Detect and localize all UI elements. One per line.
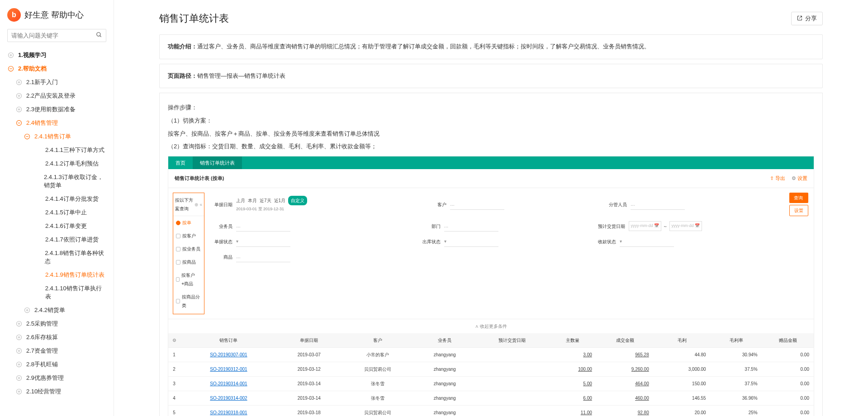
input-out-status[interactable]: ▾ (444, 236, 498, 247)
nav-item[interactable]: 2.4.1.9销售订单统计表 (7, 268, 106, 282)
scheme-option[interactable]: 按客户+商品 (173, 269, 204, 290)
table-row: 1SO-20190307-0012019-03-07小常的客户zhangyang… (168, 348, 814, 362)
date-quick-tabs[interactable]: 上月 本月 近7天 近1月 自定义 (236, 196, 307, 205)
plus-icon[interactable] (15, 374, 23, 382)
nav-item[interactable]: 2.4.1.1三种下订单方式 (7, 143, 106, 157)
ss1-title: 销售订单统计表 (按单) (175, 174, 224, 183)
plus-icon[interactable]: ⊕ (194, 200, 198, 209)
nav-item[interactable]: 2.4.1.8销售订单各种状态 (7, 246, 106, 268)
nav-item[interactable]: 2.1新手入门 (7, 76, 106, 89)
ss1-export-button[interactable]: ⇪ 导出 (770, 174, 785, 183)
input-manager[interactable]: … (631, 199, 685, 210)
nav-item[interactable]: 2.4.1.7依照订单进货 (7, 233, 106, 246)
nav-item[interactable]: 2.2产品安装及登录 (7, 89, 106, 103)
date-to[interactable]: yyyy-mm-dd📅 (669, 221, 702, 231)
nav-item[interactable]: 2.7资金管理 (7, 344, 106, 358)
order-link[interactable]: SO-20190314-002 (180, 391, 277, 406)
nav-item[interactable]: 2.帮助文档 (7, 62, 106, 76)
scheme-option[interactable]: 按商品 (173, 255, 204, 269)
nav-item[interactable]: 2.4.1销售订单 (7, 130, 106, 143)
plus-icon[interactable] (15, 79, 23, 86)
step-1-desc: 按客户、按商品、按客户＋商品、按单、按业务员等维度来查看销售订单总体情况 (168, 128, 814, 140)
steps-title: 操作步骤： (168, 102, 814, 113)
nav-item[interactable]: 2.4.1.3订单收取订金，销货单 (7, 170, 106, 192)
nav-label: 2.6库存核算 (26, 333, 58, 341)
label-goods: 商品 (214, 253, 232, 261)
plus-icon[interactable] (15, 334, 23, 341)
gear-icon[interactable]: ⚙ (172, 338, 176, 343)
nav-item[interactable]: 2.4.1.5订单中止 (7, 206, 106, 219)
nav-label: 2.8手机旺铺 (26, 360, 58, 369)
nav-label: 2.4销售管理 (26, 119, 58, 127)
plus-icon[interactable] (15, 388, 23, 395)
plus-icon[interactable] (15, 361, 23, 368)
order-link[interactable]: SO-20190314-001 (180, 377, 277, 391)
plus-icon[interactable] (15, 92, 23, 99)
ss1-tab-home[interactable]: 首页 (168, 156, 193, 169)
minus-icon[interactable] (15, 119, 23, 127)
input-salesman[interactable]: … (236, 221, 290, 232)
screenshot-1: 首页 销售订单统计表 销售订单统计表 (按单) ⇪ 导出 ⚙ 设置 按以下方案查… (168, 156, 814, 416)
nav-item[interactable]: 2.10经营管理 (7, 385, 106, 398)
plus-icon[interactable] (15, 320, 23, 327)
label-customer: 客户 (428, 200, 446, 209)
minus-icon[interactable] (24, 133, 31, 140)
scheme-option[interactable]: 按单 (173, 216, 204, 229)
plus-icon[interactable] (15, 347, 23, 355)
nav-item[interactable]: 2.4.1.10销售订单执行表 (7, 282, 106, 303)
nav-item[interactable]: 2.4.1.4订单分批发货 (7, 192, 106, 206)
minus-icon[interactable] (7, 65, 14, 72)
step-2: （2）查询指标：交货日期、数量、成交金额、毛利、毛利率、累计收款金额等； (168, 141, 814, 152)
col-header: 毛利率 (711, 333, 762, 348)
nav-label: 2.2产品安装及登录 (26, 92, 76, 100)
label-dept: 部门 (422, 222, 441, 231)
query-button[interactable]: 查询 (789, 193, 808, 203)
input-goods[interactable]: … (236, 251, 290, 262)
input-customer[interactable]: … (450, 199, 504, 210)
nav-label: 2.4.1销售订单 (34, 132, 71, 141)
nav-item[interactable]: 2.8手机旺铺 (7, 358, 106, 371)
collapse-bar[interactable]: ∧ 收起更多条件 (168, 319, 814, 333)
nav-item[interactable]: 1.视频学习 (7, 48, 106, 62)
scheme-option[interactable]: 按客户 (173, 229, 204, 242)
nav-label: 2.4.1.1三种下订单方式 (45, 146, 104, 154)
nav-item[interactable]: 2.4.1.6订单变更 (7, 219, 106, 233)
ss1-filters: 单据日期 上月 本月 近7天 近1月 自定义 2019 (209, 188, 814, 319)
ss1-settings-button[interactable]: ⚙ 设置 (792, 174, 807, 183)
label-manager: 分管人员 (609, 200, 627, 209)
ss1-tab-report[interactable]: 销售订单统计表 (193, 156, 242, 169)
table-row: 5SO-20190318-0012019-03-18贝贝贸易公司zhangyan… (168, 406, 814, 416)
order-link[interactable]: SO-20190312-001 (180, 362, 277, 377)
nav-item[interactable]: 2.4.2销货单 (7, 303, 106, 317)
page-title: 销售订单统计表 (159, 12, 229, 25)
plus-icon[interactable] (24, 307, 31, 314)
order-link[interactable]: SO-20190318-001 (180, 406, 277, 416)
search-icon[interactable] (96, 32, 102, 39)
scheme-option[interactable]: 按商品分类 (173, 290, 204, 312)
search-input[interactable] (11, 32, 96, 39)
input-status[interactable]: ▾ (236, 236, 290, 247)
search-box[interactable] (7, 29, 106, 42)
input-dept[interactable]: … (444, 221, 498, 232)
share-button[interactable]: 分享 (791, 12, 823, 25)
share-label: 分享 (805, 14, 817, 23)
intro-card: 功能介绍：通过客户、业务员、商品等维度查询销售订单的明细汇总情况；有助于管理者了… (159, 34, 823, 59)
plus-icon[interactable] (7, 52, 14, 59)
steps-block: 操作步骤： （1）切换方案： 按客户、按商品、按客户＋商品、按单、按业务员等维度… (159, 93, 823, 416)
ss1-scheme-title: 按以下方案查询 (175, 196, 194, 213)
nav-item[interactable]: 2.9优惠券管理 (7, 371, 106, 385)
nav-item[interactable]: 2.5采购管理 (7, 317, 106, 331)
scheme-option[interactable]: 按业务员 (173, 242, 204, 255)
set-button[interactable]: 设置 (789, 205, 808, 216)
date-from[interactable]: yyyy-mm-dd📅 (629, 221, 661, 231)
label-expect-date: 预计交货日期 (598, 222, 625, 231)
nav-label: 2.9优惠券管理 (26, 374, 64, 382)
input-recv-status[interactable]: ▾ (620, 236, 674, 247)
order-link[interactable]: SO-20190307-001 (180, 348, 277, 362)
nav-item[interactable]: 2.6库存核算 (7, 331, 106, 344)
left-icon[interactable]: « (199, 200, 202, 209)
plus-icon[interactable] (15, 106, 23, 113)
nav-item[interactable]: 2.4销售管理 (7, 116, 106, 130)
nav-item[interactable]: 2.3使用前数据准备 (7, 103, 106, 116)
nav-item[interactable]: 2.4.1.2订单毛利预估 (7, 157, 106, 170)
